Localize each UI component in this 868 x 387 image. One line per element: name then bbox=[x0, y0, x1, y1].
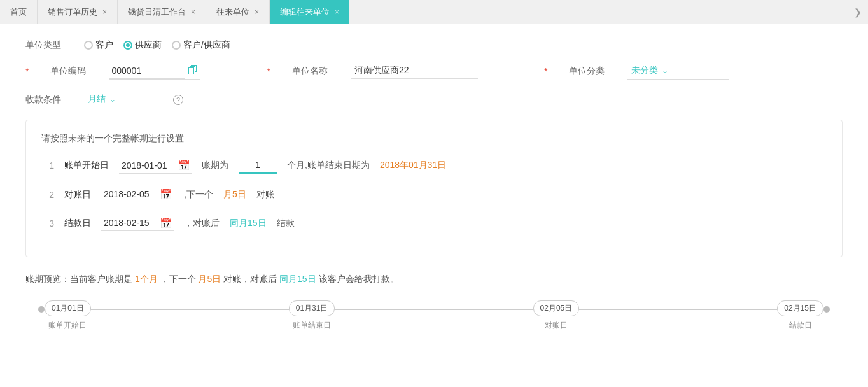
billing-start-date-wrap: 📅 bbox=[119, 158, 192, 174]
payment-date-wrap: 📅 bbox=[101, 215, 174, 231]
row2-suffix: 对账 bbox=[256, 189, 274, 201]
close-partner-tab-icon[interactable]: × bbox=[255, 8, 259, 17]
help-icon[interactable]: ? bbox=[173, 95, 183, 105]
tab-partner[interactable]: 往来单位 × bbox=[206, 0, 270, 24]
reconciliation-row: 2 对账日 📅 ,下一个 月5日 对账 bbox=[41, 186, 827, 202]
row2-num: 2 bbox=[41, 190, 54, 200]
preview-prefix: 账期预览：当前客户账期是 bbox=[25, 274, 132, 284]
timeline-badge-3: 02月05日 bbox=[533, 300, 580, 316]
category-required: * bbox=[544, 66, 547, 76]
preview-mid2: 对账，对账后 bbox=[223, 274, 277, 284]
timeline-node-3: 02月05日 对账日 bbox=[533, 300, 580, 331]
payment-cal-icon[interactable]: 📅 bbox=[158, 217, 174, 229]
tabs-bar: 首页 销售订单历史 × 钱货日清工作台 × 往来单位 × 编辑往来单位 × ❯ bbox=[0, 0, 868, 24]
unit-category-label: 单位分类 bbox=[569, 66, 607, 77]
row2-label: 对账日 bbox=[64, 189, 91, 201]
timeline: 01月01日 账单开始日 01月31日 账单结束日 02月05日 对账日 02月… bbox=[25, 300, 843, 331]
timeline-start-circle bbox=[38, 306, 45, 313]
preview-mid1: ，下一个 bbox=[160, 274, 196, 284]
payment-terms-select[interactable]: 月结 ⌄ bbox=[84, 91, 148, 108]
tab-cash-label: 钱货日清工作台 bbox=[128, 6, 186, 18]
row1-label: 账单开始日 bbox=[64, 160, 109, 171]
radio-both-label: 客户/供应商 bbox=[183, 39, 230, 51]
preview-text: 账期预览：当前客户账期是 1个月 ，下一个 月5日 对账，对账后 同月15日 该… bbox=[25, 274, 843, 285]
billing-start-cal-icon[interactable]: 📅 bbox=[176, 159, 192, 171]
category-dropdown-icon: ⌄ bbox=[662, 66, 668, 75]
payment-terms-value: 月结 bbox=[88, 94, 106, 105]
timeline-label-1: 账单开始日 bbox=[48, 320, 87, 331]
code-required: * bbox=[25, 66, 29, 76]
unit-type-radio-group: 客户 供应商 客户/供应商 bbox=[84, 39, 230, 51]
billing-end-date-highlight: 2018年01月31日 bbox=[380, 160, 446, 171]
timeline-end-circle bbox=[823, 306, 830, 313]
payment-date-row: 3 结款日 📅 ，对账后 同月15日 结款 bbox=[41, 215, 827, 231]
timeline-badge-1: 01月01日 bbox=[45, 300, 91, 316]
radio-supplier-circle bbox=[123, 41, 132, 50]
radio-customer-circle bbox=[84, 41, 93, 50]
tab-edit-partner[interactable]: 编辑往来单位 × bbox=[270, 0, 349, 24]
billing-start-date-input[interactable] bbox=[119, 158, 176, 173]
reconciliation-cal-icon[interactable]: 📅 bbox=[158, 188, 174, 201]
row3-num: 3 bbox=[41, 218, 54, 229]
payment-date-input[interactable] bbox=[101, 215, 158, 230]
close-edit-partner-tab-icon[interactable]: × bbox=[335, 8, 339, 17]
payment-terms-dropdown-icon: ⌄ bbox=[109, 95, 116, 104]
preview-part3: 同月15日 bbox=[279, 274, 316, 284]
timeline-node-1: 01月01日 账单开始日 bbox=[45, 300, 91, 331]
row1-suffix-after: 个月,账单结束日期为 bbox=[287, 160, 370, 171]
tab-home[interactable]: 首页 bbox=[0, 0, 38, 24]
preview-suffix: 该客户会给我打款。 bbox=[319, 274, 399, 284]
row1-num: 1 bbox=[41, 160, 54, 171]
timeline-badge-2: 01月31日 bbox=[289, 300, 335, 316]
timeline-label-4: 结款日 bbox=[789, 320, 812, 331]
tab-cash-ledger[interactable]: 钱货日清工作台 × bbox=[118, 0, 206, 24]
close-cash-tab-icon[interactable]: × bbox=[191, 8, 195, 17]
radio-supplier-label: 供应商 bbox=[135, 39, 162, 51]
tab-partner-label: 往来单位 bbox=[216, 6, 249, 18]
unit-code-input[interactable] bbox=[109, 63, 185, 79]
unit-type-label: 单位类型 bbox=[25, 39, 64, 51]
tab-scroll-right-icon[interactable]: ❯ bbox=[848, 7, 868, 17]
period-months-input[interactable] bbox=[239, 157, 277, 174]
timeline-end-dot bbox=[823, 300, 830, 313]
billing-start-row: 1 账单开始日 📅 账期为 个月,账单结束日期为 2018年01月31日 bbox=[41, 157, 827, 174]
preview-part2: 月5日 bbox=[198, 274, 221, 284]
timeline-nodes: 01月01日 账单开始日 01月31日 账单结束日 02月05日 对账日 02月… bbox=[45, 300, 823, 331]
timeline-badge-4: 02月15日 bbox=[777, 300, 823, 316]
unit-code-label: 单位编码 bbox=[50, 66, 88, 77]
unit-name-label: 单位名称 bbox=[292, 66, 330, 77]
page-content: 单位类型 客户 供应商 客户/供应商 * 单位编码 🗍 * 单位名称 bbox=[0, 24, 868, 387]
row3-highlight: 同月15日 bbox=[230, 218, 267, 229]
preview-part1: 1个月 bbox=[135, 274, 158, 284]
unit-name-input[interactable] bbox=[351, 63, 478, 79]
row1-suffix-before: 账期为 bbox=[202, 160, 228, 171]
payment-terms-row: 收款条件 月结 ⌄ ? bbox=[25, 91, 843, 108]
tab-sales-label: 销售订单历史 bbox=[48, 6, 97, 18]
radio-both[interactable]: 客户/供应商 bbox=[172, 39, 230, 51]
radio-both-circle bbox=[172, 41, 181, 50]
timeline-label-2: 账单结束日 bbox=[293, 320, 331, 331]
unit-type-row: 单位类型 客户 供应商 客户/供应商 bbox=[25, 39, 843, 51]
timeline-label-3: 对账日 bbox=[545, 320, 568, 331]
row3-prefix: ，对账后 bbox=[184, 218, 220, 229]
unit-code-copy-icon[interactable]: 🗍 bbox=[185, 65, 200, 76]
row3-suffix: 结款 bbox=[277, 218, 295, 229]
section-hint: 请按照未来的一个完整帐期进行设置 bbox=[41, 133, 827, 144]
radio-customer-label: 客户 bbox=[95, 39, 113, 51]
name-required: * bbox=[267, 66, 270, 76]
tab-sales-order-history[interactable]: 销售订单历史 × bbox=[38, 0, 118, 24]
radio-customer[interactable]: 客户 bbox=[84, 39, 113, 51]
unit-info-row: * 单位编码 🗍 * 单位名称 * 单位分类 未分类 ⌄ bbox=[25, 62, 843, 80]
tab-edit-partner-label: 编辑往来单位 bbox=[280, 6, 330, 18]
timeline-node-2: 01月31日 账单结束日 bbox=[289, 300, 335, 331]
row3-label: 结款日 bbox=[64, 218, 91, 229]
unit-category-select[interactable]: 未分类 ⌄ bbox=[627, 62, 729, 80]
radio-supplier[interactable]: 供应商 bbox=[123, 39, 162, 51]
tab-home-label: 首页 bbox=[10, 6, 27, 18]
reconciliation-date-wrap: 📅 bbox=[101, 186, 174, 202]
close-sales-tab-icon[interactable]: × bbox=[102, 8, 107, 17]
row2-highlight: 月5日 bbox=[223, 189, 246, 201]
timeline-start-dot bbox=[38, 300, 45, 313]
reconciliation-date-input[interactable] bbox=[101, 186, 158, 202]
billing-period-section: 请按照未来的一个完整帐期进行设置 1 账单开始日 📅 账期为 个月,账单结束日期… bbox=[25, 120, 843, 257]
